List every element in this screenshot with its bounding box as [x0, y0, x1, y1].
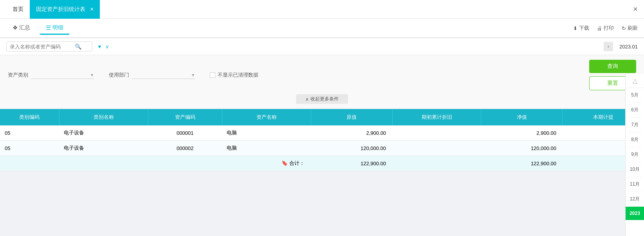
table-header: 类别编码类别名称资产编码资产名称原值期初累计折旧净值本期计提 — [0, 109, 644, 125]
collapse-label: 收起更多条件 — [310, 96, 339, 102]
nav-actions: ⬇ 下载 🖨 打印 ↻ 刷新 — [573, 25, 638, 32]
main-content: 资产类别 ▾ 使用部门 ▾ 不显示已清理数据 查询 重置 — [0, 55, 644, 236]
hide-cleared-label: 不显示已清理数据 — [218, 72, 258, 79]
year-active-item[interactable]: 2023 — [626, 207, 644, 220]
table-row: 05电子设备000001电脑2,900.002,900.00 — [0, 125, 644, 141]
summary-tab[interactable]: ❖ 汇总 — [6, 22, 36, 34]
month-item[interactable]: 7月 — [628, 118, 641, 132]
print-label: 打印 — [604, 25, 614, 32]
table-cell — [392, 125, 481, 141]
home-tab[interactable]: 首页 — [6, 6, 30, 13]
layers-icon: ❖ — [13, 24, 18, 31]
asset-category-label: 资产类别 — [8, 72, 28, 79]
department-input[interactable] — [132, 71, 195, 79]
table-cell: 电脑 — [222, 125, 311, 141]
asset-category-input[interactable] — [31, 71, 94, 79]
search-input-wrap[interactable]: 🔍 — [6, 41, 92, 52]
table-wrap: 类别编码类别名称资产编码资产名称原值期初累计折旧净值本期计提 05电子设备000… — [0, 109, 644, 236]
date-label: 2023.01 — [619, 44, 638, 50]
content-area: 资产类别 ▾ 使用部门 ▾ 不显示已清理数据 查询 重置 — [0, 55, 644, 236]
search-icon: 🔍 — [75, 43, 81, 50]
table-cell: 000002 — [148, 141, 222, 156]
table-cell: 2,900.00 — [311, 125, 392, 141]
print-icon: 🖨 — [597, 25, 602, 31]
table-body: 05电子设备000001电脑2,900.002,900.0005电子设备0000… — [0, 125, 644, 171]
table-cell: 120,000.00 — [311, 141, 392, 156]
month-item[interactable]: 11月 — [628, 177, 641, 192]
summary-cell: 122,900.00 — [311, 156, 392, 171]
chevron-up-icon: ∧ — [305, 97, 309, 102]
detail-icon: ☰ — [46, 24, 51, 31]
table-cell: 05 — [0, 141, 59, 156]
right-sidebar: △ 5月6月7月8月9月10月11月12月 2023 — [625, 74, 644, 236]
month-item[interactable]: 5月 — [628, 88, 641, 103]
summary-cell: 🔖 合计： — [59, 156, 311, 171]
table-cell: 电子设备 — [59, 125, 148, 141]
detail-tab[interactable]: ☰ 明细 — [40, 22, 70, 35]
table-cell: 000001 — [148, 125, 222, 141]
refresh-icon: ↻ — [622, 25, 626, 31]
search-input[interactable] — [10, 44, 72, 50]
hide-cleared-wrap: 不显示已清理数据 — [210, 72, 258, 79]
month-item[interactable]: 12月 — [628, 192, 641, 207]
asset-category-dropdown-icon[interactable]: ▾ — [91, 72, 93, 78]
query-button[interactable]: 查询 — [589, 60, 636, 73]
refresh-button[interactable]: ↻ 刷新 — [622, 25, 638, 32]
table-cell: 电子设备 — [59, 141, 148, 156]
month-item[interactable]: 9月 — [628, 147, 641, 162]
filter-row: 资产类别 ▾ 使用部门 ▾ 不显示已清理数据 查询 重置 — [8, 60, 636, 90]
column-header: 类别编码 — [0, 109, 59, 125]
department-dropdown-icon[interactable]: ▾ — [192, 72, 194, 78]
month-item[interactable]: 10月 — [628, 162, 641, 177]
column-header: 类别名称 — [59, 109, 148, 125]
summary-cell: 122,900.00 — [481, 156, 563, 171]
collapse-button[interactable]: ∧ 收起更多条件 — [296, 94, 348, 104]
nav-right-arrow[interactable]: › — [604, 42, 613, 51]
filter-icon: ▼ — [97, 44, 102, 50]
column-header: 资产编码 — [148, 109, 222, 125]
download-icon: ⬇ — [573, 25, 577, 31]
download-button[interactable]: ⬇ 下载 — [573, 25, 589, 32]
detail-tab-label: 明细 — [52, 24, 63, 31]
table-row: 05电子设备000002电脑120,000.00120,000.00 — [0, 141, 644, 156]
month-item[interactable]: 8月 — [628, 132, 641, 147]
summary-tab-label: 汇总 — [19, 24, 30, 31]
collapse-btn-wrap: ∧ 收起更多条件 — [8, 94, 636, 104]
active-tab-label: 固定资产折旧统计表 — [36, 6, 85, 13]
column-header: 原值 — [311, 109, 392, 125]
more-conditions-button[interactable]: ▼ ∨ — [97, 44, 109, 50]
active-tab: 固定资产折旧统计表 × — [30, 0, 100, 19]
column-header: 净值 — [481, 109, 563, 125]
summary-row: 🔖 合计：122,900.00122,900.00 — [0, 156, 644, 171]
chevron-down-icon: ∨ — [105, 44, 109, 50]
sidebar-up-icon[interactable]: △ — [626, 74, 644, 88]
table-cell: 电脑 — [222, 141, 311, 156]
hide-cleared-checkbox[interactable] — [210, 72, 215, 78]
year-label: 2023 — [630, 211, 640, 216]
department-label: 使用部门 — [109, 72, 129, 79]
table-cell — [392, 141, 481, 156]
table-cell: 120,000.00 — [481, 141, 563, 156]
asset-category-field: 资产类别 ▾ — [8, 71, 93, 79]
download-label: 下载 — [579, 25, 589, 32]
summary-cell — [392, 156, 481, 171]
window-close-icon[interactable]: × — [633, 5, 638, 14]
column-header: 资产名称 — [222, 109, 311, 125]
table-cell: 05 — [0, 125, 59, 141]
table-cell: 2,900.00 — [481, 125, 563, 141]
data-table: 类别编码类别名称资产编码资产名称原值期初累计折旧净值本期计提 05电子设备000… — [0, 109, 644, 171]
filter-section: 资产类别 ▾ 使用部门 ▾ 不显示已清理数据 查询 重置 — [0, 55, 644, 109]
refresh-label: 刷新 — [628, 25, 638, 32]
print-button[interactable]: 🖨 打印 — [597, 25, 614, 32]
search-bar: 🔍 ▼ ∨ › 2023.01 — [0, 38, 644, 55]
department-field: 使用部门 ▾ — [109, 71, 194, 79]
column-header: 期初累计折旧 — [392, 109, 481, 125]
top-bar: 首页 固定资产折旧统计表 × × — [0, 0, 644, 19]
month-item[interactable]: 6月 — [628, 103, 641, 118]
tab-close-icon[interactable]: × — [90, 6, 94, 13]
secondary-nav: ❖ 汇总 ☰ 明细 ⬇ 下载 🖨 打印 ↻ 刷新 — [0, 19, 644, 38]
summary-cell — [0, 156, 59, 171]
